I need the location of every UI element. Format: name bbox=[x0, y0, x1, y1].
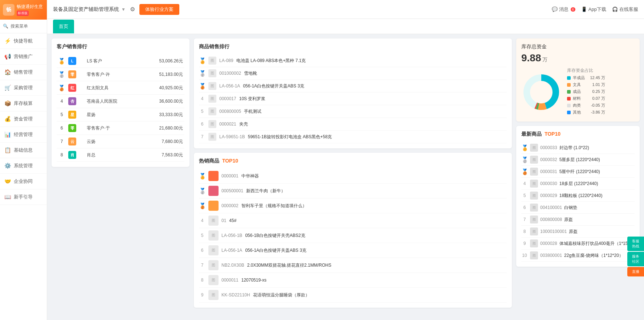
topbar-title-area: 装备及固定资产辅助管理系统 ▼ bbox=[53, 6, 126, 13]
product-name: 18颗粒板 (1220*2440) bbox=[559, 193, 603, 199]
legend-value: 0.07 万 bbox=[587, 96, 605, 101]
new-products-title: 最新商品 TOP10 bbox=[521, 131, 635, 138]
product-name: 夹壳 bbox=[239, 121, 248, 127]
live-button[interactable]: 直播 bbox=[627, 267, 644, 276]
product-icon: 图 bbox=[208, 107, 216, 115]
product-sales-title: 商品销售排行 bbox=[199, 44, 507, 50]
search-label: 搜索菜单 bbox=[11, 23, 28, 29]
rank-number: 🥈 bbox=[199, 188, 205, 194]
sidebar-item-shortcut[interactable]: ⚡ 快捷导航 bbox=[0, 33, 47, 49]
inventory-header: 库存总资金 bbox=[521, 44, 635, 50]
hot-product-row: 🏅 0000001 中华神器 bbox=[199, 169, 507, 184]
service-item[interactable]: 🎧 在线客服 bbox=[612, 6, 638, 13]
rank-number: 10 bbox=[521, 253, 528, 258]
product-code: 0000032 bbox=[540, 157, 557, 162]
customer-rank-row: 7 云 云扬 7,680.00元 bbox=[57, 135, 184, 148]
basic-icon: 📋 bbox=[4, 147, 11, 153]
sidebar-item-sales[interactable]: 🏠 销售管理 bbox=[0, 65, 47, 80]
guide-icon: 📖 bbox=[4, 194, 11, 200]
marketing-icon: 📢 bbox=[4, 53, 11, 60]
rank-number: 6 bbox=[521, 205, 528, 210]
rank-number: 🥉 bbox=[199, 202, 205, 209]
sidebar-item-label: 销售管理 bbox=[14, 69, 33, 75]
product-name: 056-1A白色按键开关盖ABS 3克 bbox=[245, 247, 306, 254]
app-download-item[interactable]: 📱 App下载 bbox=[581, 6, 606, 13]
product-sales-row: 5 图 000800005 手机测试 bbox=[199, 105, 507, 118]
product-code: KK-SD22110H bbox=[221, 292, 250, 298]
product-code: 004100001 bbox=[540, 205, 562, 210]
tab-home[interactable]: 首页 bbox=[53, 20, 74, 33]
settings-icon[interactable]: ⚙ bbox=[130, 6, 135, 13]
mid-column: 商品销售排行 🏅 图 LA-089 电池盖 LA-089 ABS本色+黑种 7.… bbox=[194, 38, 512, 316]
sidebar-item-label: 营销推广 bbox=[14, 53, 33, 60]
donut-chart-area: 库存资金占比 半成品 12.45 万 文具 1.01 万 成品 0.25 万 材… bbox=[521, 67, 635, 116]
message-item[interactable]: 💬 消息 6 bbox=[552, 6, 575, 13]
product-name: 原盔 bbox=[564, 217, 573, 223]
sidebar-item-coop[interactable]: 🤝 企业协同 bbox=[0, 174, 47, 189]
customer-amount: 40,925.00元 bbox=[141, 81, 184, 95]
rank-number: 7 bbox=[199, 263, 205, 268]
logo-icon: 畅 bbox=[3, 4, 15, 16]
product-img: 图 bbox=[530, 144, 538, 152]
rank-number: 🏅 bbox=[199, 57, 205, 64]
rank-number: 🏅 bbox=[57, 54, 67, 68]
product-img: 图 bbox=[530, 251, 538, 259]
sidebar-item-operation[interactable]: 📊 经营管理 bbox=[0, 127, 47, 143]
phone-icon: 📱 bbox=[581, 7, 587, 12]
sidebar-item-marketing[interactable]: 📢 营销推广 bbox=[0, 49, 47, 65]
sales-icon: 🏠 bbox=[4, 69, 11, 75]
right-column: 库存总资金 9.88 万 bbox=[516, 38, 640, 316]
service-community-button[interactable]: 服务社区 bbox=[627, 252, 644, 266]
product-name: 原盔 bbox=[569, 229, 578, 235]
product-code: 01 bbox=[221, 218, 226, 223]
product-code: 0000001 bbox=[221, 173, 239, 179]
customer-badge: 肖 bbox=[67, 148, 85, 162]
hot-product-row: 5 图 LA-056-1B 056-1B白色按键开关壳ABS2克 bbox=[199, 228, 507, 243]
legend-name: 肉类 bbox=[573, 103, 581, 108]
product-code: 0000017 bbox=[219, 96, 236, 101]
customer-amount: 7,563.00元 bbox=[141, 148, 184, 162]
product-name: 5厘中纤 (1220*2440) bbox=[559, 169, 600, 175]
product-name: 中华神器 bbox=[241, 173, 259, 179]
legend-item: 半成品 12.45 万 bbox=[567, 75, 605, 81]
sidebar-item-label: 新手引导 bbox=[14, 194, 33, 200]
product-icon: 图 bbox=[208, 57, 216, 65]
product-img: 图 bbox=[530, 239, 538, 247]
legend-name: 材料 bbox=[573, 96, 581, 101]
legend-color-dot bbox=[567, 97, 571, 100]
sidebar-search[interactable]: 🔍 搜索菜单 bbox=[0, 20, 47, 33]
new-product-row: 🥈 图 0000032 5厘多层 (1220*2440) bbox=[521, 154, 635, 166]
product-code: LA-089 bbox=[219, 58, 233, 63]
product-img: 图 bbox=[530, 192, 538, 200]
product-img: 图 bbox=[530, 204, 538, 212]
sidebar-item-finance[interactable]: 💰 资金管理 bbox=[0, 111, 47, 127]
sidebar-item-label: 采购管理 bbox=[14, 85, 33, 91]
customer-rank-row: 6 零 零售客户·于 21,680.00元 bbox=[57, 122, 184, 135]
product-icon: 图 bbox=[208, 120, 216, 128]
trial-button[interactable]: 体验行业方案 bbox=[139, 4, 179, 15]
customer-badge: 零 bbox=[67, 122, 85, 135]
rank-number: 7 bbox=[199, 134, 205, 139]
sidebar-item-system[interactable]: ⚙️ 系统管理 bbox=[0, 158, 47, 174]
customer-amount: 7,680.00元 bbox=[141, 135, 184, 148]
main-area: 装备及固定资产辅助管理系统 ▼ ⚙ 体验行业方案 💬 消息 6 📱 App下载 … bbox=[47, 0, 644, 320]
new-product-row: 10 图 003800001 22g鱼豆腐-烧烤味（1*12*20） bbox=[521, 250, 635, 262]
customer-rank-row: 8 肖 肖总 7,563.00元 bbox=[57, 148, 184, 162]
sidebar-item-purchase[interactable]: 🛒 采购管理 bbox=[0, 80, 47, 96]
product-code: NB2.0X30B bbox=[221, 263, 244, 268]
sidebar-item-inventory[interactable]: 📦 库存核算 bbox=[0, 96, 47, 111]
content-area: 客户销售排行 🏅 L LS 客户 53,006.26元 🥈 零 零售客户·许 5… bbox=[47, 34, 644, 320]
product-code: 001000002 bbox=[219, 71, 241, 76]
rank-number: 8 bbox=[521, 229, 528, 234]
customer-name: LS 客户 bbox=[85, 54, 140, 68]
product-code: 000800005 bbox=[219, 109, 241, 114]
legend-name: 半成品 bbox=[573, 75, 585, 81]
sidebar-item-basic[interactable]: 📋 基础信息 bbox=[0, 143, 47, 158]
product-name: 5厘多层 (1220*2440) bbox=[559, 157, 600, 163]
hotline-button[interactable]: 客服热线 bbox=[627, 237, 644, 251]
logo-title: 畅捷通好生意 bbox=[17, 4, 43, 10]
legend-item: 肉类 -0.05 万 bbox=[567, 103, 605, 108]
sidebar-item-guide[interactable]: 📖 新手引导 bbox=[0, 189, 47, 205]
new-product-row: 7 图 000800008 原盔 bbox=[521, 214, 635, 226]
legend-name: 其他 bbox=[573, 110, 581, 115]
